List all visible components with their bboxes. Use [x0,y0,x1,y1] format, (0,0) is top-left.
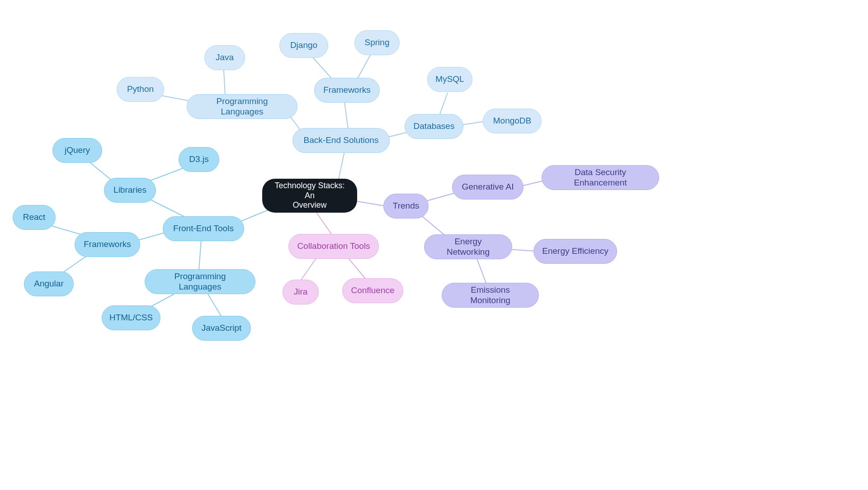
svg-line-3 [357,201,384,206]
node-be-django[interactable]: Django [279,33,328,58]
node-be-python[interactable]: Python [117,77,164,102]
svg-line-12 [461,121,486,125]
node-fe-react[interactable]: React [13,205,56,230]
node-genai[interactable]: Generative AI [452,175,524,200]
svg-line-22 [301,258,316,281]
node-fe-frameworks[interactable]: Frameworks [75,232,140,257]
node-datasec[interactable]: Data Security Enhancement [542,165,659,190]
svg-line-9 [312,57,332,79]
mindmap-canvas: Technology Stacks: An Overview Back-End … [0,0,868,490]
node-be-databases[interactable]: Databases [405,114,463,139]
svg-line-23 [348,258,366,280]
node-be-prog[interactable]: Programming Languages [187,94,297,119]
node-fe-libraries[interactable]: Libraries [104,178,156,203]
node-energy-efficiency[interactable]: Energy Efficiency [533,239,617,264]
node-be-mongodb[interactable]: MongoDB [483,109,542,133]
node-be-mysql[interactable]: MySQL [427,67,472,92]
svg-line-17 [149,167,188,181]
svg-line-11 [439,93,448,115]
svg-line-7 [224,70,225,95]
node-be-spring[interactable]: Spring [354,30,400,55]
svg-line-10 [357,54,371,79]
node-fe-prog[interactable]: Programming Languages [145,269,255,294]
node-fe-js[interactable]: JavaScript [192,316,251,341]
node-fe-d3[interactable]: D3.js [179,147,219,172]
node-collab[interactable]: Collaboration Tools [288,234,379,259]
node-trends[interactable]: Trends [383,194,429,219]
node-fe-angular[interactable]: Angular [24,271,74,296]
node-energy-networking[interactable]: Energy Networking [424,234,512,259]
node-be-java[interactable]: Java [204,45,245,70]
root-node[interactable]: Technology Stacks: An Overview [262,179,357,213]
node-collab-jira[interactable]: Jira [283,280,319,304]
svg-line-15 [199,240,201,270]
node-collab-confluence[interactable]: Confluence [342,278,403,303]
svg-line-5 [344,102,348,129]
node-backend[interactable]: Back-End Solutions [292,128,390,153]
node-fe-html[interactable]: HTML/CSS [102,305,160,330]
svg-line-24 [425,192,458,201]
node-frontend[interactable]: Front-End Tools [163,216,244,241]
node-emissions[interactable]: Emissions Monitoring [442,283,539,308]
svg-line-28 [477,259,486,283]
node-be-frameworks[interactable]: Frameworks [314,78,380,103]
svg-line-21 [208,294,222,317]
svg-line-13 [149,199,185,217]
node-fe-jquery[interactable]: jQuery [52,138,102,163]
